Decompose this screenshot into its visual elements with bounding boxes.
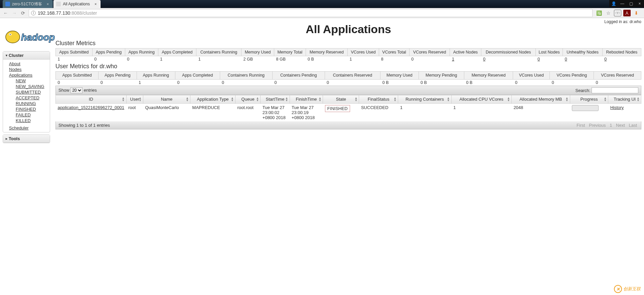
- star-icon[interactable]: ☆: [605, 10, 612, 16]
- um-v-apps-running: 1: [137, 79, 175, 86]
- app-alloc-mem: 2048: [511, 104, 570, 122]
- apps-h-queue[interactable]: Queue▲▼: [235, 95, 260, 104]
- login-info: Logged in as: dr.who: [604, 19, 641, 24]
- apps-h-name[interactable]: Name▲▼: [143, 95, 190, 104]
- cm-unhealthy-nodes-link[interactable]: 0: [565, 57, 567, 62]
- cm-v-apps-running: 0: [125, 56, 158, 63]
- apps-h-progress[interactable]: Progress▲▼: [570, 95, 608, 104]
- um-h-memory-used: Memory Used: [380, 72, 419, 79]
- pager-previous[interactable]: Previous: [588, 123, 607, 128]
- tab-2-title: All Applications: [63, 2, 90, 6]
- maximize-icon[interactable]: ▢: [627, 0, 635, 7]
- apps-h-starttime[interactable]: StartTime▲▼: [261, 95, 290, 104]
- pager-first[interactable]: First: [575, 123, 586, 128]
- minimize-icon[interactable]: —: [618, 0, 627, 7]
- apps-h-finishtime[interactable]: FinishTime▲▼: [290, 95, 323, 104]
- close-tab-icon[interactable]: ×: [47, 2, 49, 6]
- um-h-containers-reserved: Containers Reserved: [325, 72, 380, 79]
- close-tab-icon[interactable]: ×: [95, 2, 97, 6]
- apps-h-state[interactable]: State▲▼: [323, 95, 359, 104]
- user-metrics-title: User Metrics for dr.who: [55, 63, 641, 70]
- user-icon[interactable]: 👤: [609, 0, 618, 7]
- cm-h-vcores-used: VCores Used: [348, 48, 379, 56]
- cm-rebooted-nodes-link[interactable]: 0: [604, 57, 607, 62]
- apps-h-id[interactable]: ID▲▼: [56, 95, 127, 104]
- um-h-apps-pending: Apps Pending: [99, 72, 137, 79]
- cm-lost-nodes-link[interactable]: 0: [537, 57, 540, 62]
- um-h-vcores-used: VCores Used: [513, 72, 550, 79]
- sidebar-app-killed[interactable]: KILLED: [16, 118, 31, 123]
- app-type: MAPREDUCE: [190, 104, 235, 122]
- cm-h-apps-submitted: Apps Submitted: [56, 48, 93, 56]
- cm-v-memory-used: 2 GB: [241, 56, 274, 63]
- sidebar-about[interactable]: About: [9, 61, 20, 66]
- um-h-vcores-pending: VCores Pending: [550, 72, 594, 79]
- cm-h-active-nodes: Active Nodes: [450, 48, 481, 56]
- search-label: Search:: [576, 88, 591, 93]
- close-window-icon[interactable]: ×: [635, 0, 644, 7]
- browser-tab-2-active[interactable]: All Applications ×: [53, 0, 101, 8]
- back-icon[interactable]: ←: [3, 10, 9, 16]
- cm-active-nodes-link[interactable]: 1: [452, 57, 454, 62]
- entries-select[interactable]: 20: [70, 87, 83, 93]
- sidebar-applications[interactable]: Applications: [9, 73, 32, 78]
- sort-icon: ▲▼: [447, 97, 450, 102]
- sidebar-app-new-saving[interactable]: NEW_SAVING: [16, 84, 44, 89]
- page-content: Logged in as: dr.who hadoop ▾ Cluster Ab…: [0, 18, 644, 151]
- forward-icon[interactable]: →: [11, 10, 17, 16]
- cm-h-unhealthy-nodes: Unhealthy Nodes: [563, 48, 602, 56]
- sidebar-app-new[interactable]: NEW: [16, 78, 26, 83]
- pager-last[interactable]: Last: [627, 123, 638, 128]
- sort-icon: ▲▼: [285, 97, 288, 102]
- sidebar-tools-header[interactable]: ▸ Tools: [3, 135, 50, 143]
- apps-h-alloc-cpu[interactable]: Allocated CPU VCores▲▼: [451, 95, 511, 104]
- um-h-apps-completed: Apps Completed: [175, 72, 220, 79]
- app-tracking-link[interactable]: History: [610, 105, 624, 110]
- sidebar-app-accepted[interactable]: ACCEPTED: [16, 95, 39, 100]
- cm-v-vcores-used: 1: [348, 56, 379, 63]
- main-content: All Applications Cluster Metrics Apps Su…: [53, 21, 644, 148]
- cm-v-memory-total: 8 GB: [274, 56, 306, 63]
- sidebar-app-finished[interactable]: FINISHED: [16, 107, 36, 112]
- sidebar-scheduler[interactable]: Scheduler: [9, 125, 29, 130]
- sort-icon: ▲▼: [355, 97, 358, 102]
- entries-selector: Show 20 entries: [58, 87, 97, 93]
- app-id-link[interactable]: application_1522162696272_0001: [58, 105, 125, 110]
- apps-h-tracking[interactable]: Tracking UI▲▼: [608, 95, 641, 104]
- cm-h-apps-completed: Apps Completed: [158, 48, 196, 56]
- apps-h-finalstatus[interactable]: FinalStatus▲▼: [359, 95, 398, 104]
- sidebar-app-failed[interactable]: FAILED: [16, 112, 31, 117]
- table-row: application_1522162696272_0001 root Quas…: [56, 104, 641, 122]
- pager-current[interactable]: 1: [608, 123, 613, 128]
- url-host: 192.168.77.130: [38, 10, 70, 16]
- cm-decom-nodes-link[interactable]: 0: [483, 57, 485, 62]
- cm-v-apps-completed: 1: [158, 56, 196, 63]
- sidebar-app-running[interactable]: RUNNING: [16, 101, 36, 106]
- sidebar-app-submitted[interactable]: SUBMITTED: [16, 90, 41, 95]
- um-v-memory-used: 0 B: [380, 79, 419, 86]
- site-info-icon[interactable]: i: [31, 11, 36, 15]
- sidebar-nodes[interactable]: Nodes: [9, 67, 22, 72]
- translate-icon[interactable]: 🈯: [595, 10, 603, 16]
- reload-icon[interactable]: ⟳: [20, 10, 26, 16]
- search-input[interactable]: [592, 87, 638, 93]
- sort-icon: ▲▼: [139, 97, 142, 102]
- sort-icon: ▲▼: [393, 97, 396, 102]
- sidebar-cluster-header[interactable]: ▾ Cluster: [3, 52, 50, 60]
- browser-tab-1[interactable]: zero-51CTO博客 ×: [3, 0, 53, 8]
- cm-v-rebooted-nodes: 0: [602, 56, 641, 63]
- pager-next[interactable]: Next: [615, 123, 626, 128]
- apps-h-running-containers[interactable]: Running Containers▲▼: [398, 95, 452, 104]
- cm-h-decommissioned-nodes: Decommissioned Nodes: [481, 48, 535, 56]
- browser-tab-strip: zero-51CTO博客 × All Applications × 👤 — ▢ …: [0, 0, 644, 8]
- pdf-extension-icon[interactable]: 人: [623, 10, 631, 16]
- extension-icon[interactable]: □□: [614, 10, 621, 16]
- cm-v-decommissioned-nodes: 0: [481, 56, 535, 63]
- apps-h-apptype[interactable]: Application Type▲▼: [190, 95, 235, 104]
- download-extension-icon[interactable]: ⬇: [633, 10, 640, 16]
- url-input[interactable]: i 192.168.77.130:8088/cluster: [29, 9, 593, 17]
- sort-icon: ▲▼: [604, 97, 607, 102]
- cm-h-memory-used: Memory Used: [241, 48, 274, 56]
- apps-h-user[interactable]: User▲▼: [126, 95, 143, 104]
- apps-h-alloc-mem[interactable]: Allocated Memory MB▲▼: [511, 95, 570, 104]
